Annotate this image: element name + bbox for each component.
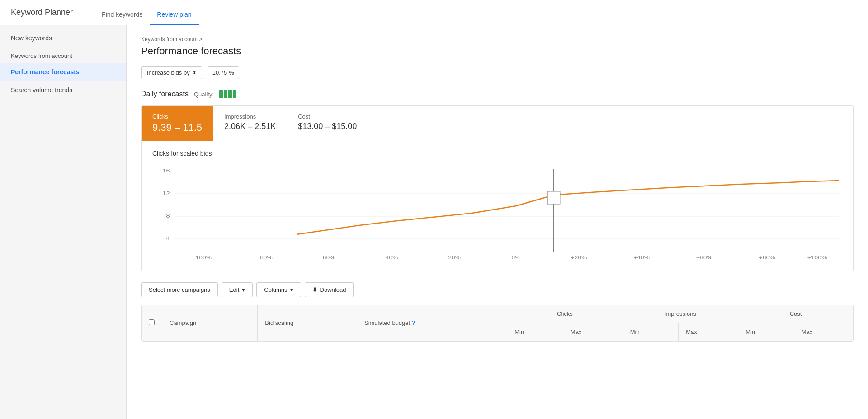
bid-value-display[interactable]: 10.75 % <box>208 66 239 79</box>
metric-value-clicks: 9.39 – 11.5 <box>152 122 202 133</box>
quality-bar-4 <box>233 90 236 98</box>
sidebar-item-new-keywords[interactable]: New keywords <box>0 29 126 47</box>
bid-control-row: Increase bids by ⬍ 10.75 % <box>141 66 854 79</box>
sidebar-item-performance-forecasts[interactable]: Performance forecasts <box>0 63 126 81</box>
quality-bar-3 <box>228 90 232 98</box>
svg-rect-9 <box>547 191 560 204</box>
svg-text:+60%: +60% <box>696 255 712 261</box>
increase-bids-button[interactable]: Increase bids by ⬍ <box>141 66 202 79</box>
th-clicks-min: Min <box>507 323 563 341</box>
svg-text:-80%: -80% <box>258 255 273 261</box>
metric-value-impressions: 2.06K – 2.51K <box>224 122 276 131</box>
th-impressions-min: Min <box>623 323 679 341</box>
th-bid-scaling: Bid scaling <box>258 305 357 341</box>
sidebar-item-search-volume-trends[interactable]: Search volume trends <box>0 81 126 99</box>
metric-card-clicks[interactable]: Clicks 9.39 – 11.5 <box>142 106 213 141</box>
svg-text:12: 12 <box>162 190 170 196</box>
daily-forecasts-title: Daily forecasts <box>141 90 189 98</box>
chart-title: Clicks for scaled bids <box>152 150 842 157</box>
select-all-checkbox[interactable] <box>149 319 155 325</box>
quality-bar-2 <box>224 90 227 98</box>
quality-bar-1 <box>219 90 223 98</box>
page-title: Performance forecasts <box>141 45 854 57</box>
download-icon: ⬇ <box>312 286 317 293</box>
chevron-icon: ⬍ <box>193 70 196 75</box>
quality-bars <box>219 90 236 98</box>
chart-container: Clicks for scaled bids 16 12 8 4 <box>141 141 854 271</box>
body-layout: New keywords Keywords from account Perfo… <box>0 25 868 419</box>
th-checkbox <box>142 305 162 341</box>
chevron-down-icon-columns: ▾ <box>290 286 293 293</box>
svg-text:+100%: +100% <box>807 255 827 261</box>
th-group-cost: Cost <box>738 305 853 323</box>
sidebar-item-keywords-from-account[interactable]: Keywords from account <box>0 47 126 63</box>
metric-name-cost: Cost <box>298 113 357 120</box>
th-cost-max: Max <box>794 323 853 341</box>
chart-svg: 16 12 8 4 -1 <box>152 164 842 264</box>
table-wrapper: Campaign Bid scaling Simulated budget ? … <box>141 305 854 342</box>
chart-area: 16 12 8 4 -1 <box>152 164 842 264</box>
svg-text:+20%: +20% <box>571 255 587 261</box>
breadcrumb-parent[interactable]: Keywords from account <box>141 36 198 43</box>
toolbar: Select more campaigns Edit ▾ Columns ▾ ⬇… <box>141 282 854 297</box>
main-content: Keywords from account > Performance fore… <box>127 25 868 419</box>
th-group-clicks: Clicks <box>507 305 623 323</box>
breadcrumb: Keywords from account > <box>141 36 854 43</box>
svg-text:-60%: -60% <box>321 255 335 261</box>
metric-value-cost: $13.00 – $15.00 <box>298 122 357 131</box>
svg-text:+80%: +80% <box>759 255 775 261</box>
svg-text:+40%: +40% <box>633 255 650 261</box>
th-campaign: Campaign <box>162 305 258 341</box>
th-cost-min: Min <box>738 323 794 341</box>
top-nav: Keyword Planner Find keywords Review pla… <box>0 0 868 25</box>
chevron-down-icon: ▾ <box>242 286 245 293</box>
nav-tabs: Find keywords Review plan <box>94 0 199 25</box>
th-clicks-max: Max <box>563 323 623 341</box>
metrics-row: Clicks 9.39 – 11.5 Impressions 2.06K – 2… <box>141 105 854 141</box>
tab-review-plan[interactable]: Review plan <box>150 0 198 25</box>
columns-button[interactable]: Columns ▾ <box>256 282 301 297</box>
svg-text:8: 8 <box>166 213 170 219</box>
metric-card-impressions[interactable]: Impressions 2.06K – 2.51K <box>213 106 287 141</box>
tab-find-keywords[interactable]: Find keywords <box>94 0 150 25</box>
download-button[interactable]: ⬇ Download <box>305 282 354 297</box>
svg-text:-40%: -40% <box>383 255 398 261</box>
metric-name-impressions: Impressions <box>224 113 276 120</box>
edit-button[interactable]: Edit ▾ <box>222 282 253 297</box>
sidebar: New keywords Keywords from account Perfo… <box>0 25 127 419</box>
svg-text:4: 4 <box>166 236 170 241</box>
metric-name-clicks: Clicks <box>152 113 202 120</box>
svg-text:16: 16 <box>162 168 170 173</box>
select-more-campaigns-button[interactable]: Select more campaigns <box>141 282 218 297</box>
metric-card-cost[interactable]: Cost $13.00 – $15.00 <box>287 106 368 141</box>
th-simulated-budget: Simulated budget ? <box>357 305 507 341</box>
svg-text:0%: 0% <box>512 255 521 261</box>
daily-forecasts-header: Daily forecasts Quality: <box>141 90 854 98</box>
th-group-impressions: Impressions <box>623 305 738 323</box>
data-table: Campaign Bid scaling Simulated budget ? … <box>142 305 853 341</box>
svg-text:-20%: -20% <box>446 255 461 261</box>
th-impressions-max: Max <box>679 323 738 341</box>
quality-label: Quality: <box>194 91 214 98</box>
svg-text:-100%: -100% <box>193 255 212 261</box>
app-title: Keyword Planner <box>11 8 73 17</box>
